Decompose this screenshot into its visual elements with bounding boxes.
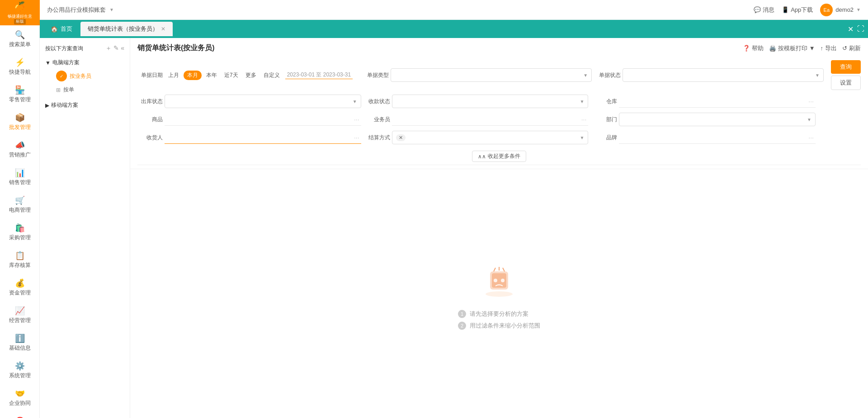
- date-range-display[interactable]: 2023-03-01 至 2023-03-31: [285, 71, 353, 79]
- empty-steps: 1 请先选择要分析的方案 2 用过滤条件来缩小分析范围: [458, 310, 540, 330]
- salesperson-input[interactable]: ···: [392, 113, 589, 126]
- sidebar-item-purchase[interactable]: 🛍️ 采购管理: [0, 218, 39, 246]
- app-download-btn[interactable]: 📱 App下载: [782, 6, 813, 14]
- account-dropdown-arrow[interactable]: ▼: [109, 7, 114, 12]
- receiver-dots[interactable]: ···: [354, 134, 359, 141]
- doc-status-select[interactable]: ▼: [623, 68, 824, 82]
- account-dropdown-label[interactable]: 办公用品行业模拟账套: [47, 6, 106, 14]
- scheme-header-title: 按以下方案查询: [45, 45, 83, 52]
- salesperson-dots[interactable]: ···: [581, 116, 587, 123]
- purchase-icon: 🛍️: [15, 223, 25, 233]
- department-select[interactable]: ▼: [619, 113, 816, 126]
- scheme-group-mobile-title[interactable]: ▶ 移动端方案: [45, 100, 124, 111]
- date-btn-custom[interactable]: 自定义: [261, 71, 283, 80]
- print-btn[interactable]: 🖨️ 按模板打印 ▼: [769, 44, 815, 52]
- scheme-header-actions: ＋ ✎ «: [105, 44, 124, 52]
- goods-label: 商品: [137, 116, 163, 124]
- sidebar-item-guide[interactable]: 🎯 新手引导: [0, 412, 39, 418]
- warehouse-input[interactable]: ···: [619, 95, 816, 108]
- message-btn[interactable]: 💬 消息: [754, 6, 774, 14]
- refresh-btn[interactable]: ↺ 刷新: [842, 44, 861, 52]
- warehouse-dots[interactable]: ···: [808, 98, 814, 105]
- sidebar-item-ecommerce[interactable]: 🛒 电商管理: [0, 191, 39, 218]
- maximize-icon[interactable]: ⛶: [857, 25, 864, 33]
- logo-text: 畅捷通好生意: [8, 14, 32, 19]
- settlement-select[interactable]: ✕ ▼: [392, 131, 589, 144]
- group-label: 移动端方案: [51, 101, 78, 109]
- sidebar-item-inventory[interactable]: 📋 库存核算: [0, 246, 39, 274]
- tab-home[interactable]: 🏠 首页: [43, 22, 80, 36]
- empty-step-1: 1 请先选择要分析的方案: [458, 310, 540, 318]
- brand-input[interactable]: ···: [619, 131, 816, 144]
- scheme-group-desktop-title[interactable]: ▼ 电脑端方案: [45, 57, 124, 68]
- export-label: 导出: [825, 44, 837, 52]
- filter-row-4: 收货人 ··· 结算方式 ✕: [137, 131, 861, 144]
- empty-svg: [476, 258, 522, 303]
- add-scheme-icon[interactable]: ＋: [105, 44, 112, 52]
- sidebar-menu: 🔍 搜索菜单 ⚡ 快捷导航 🏪 零售管理 📦 批发管理 📣 营销推广 📊 销售管…: [0, 25, 39, 418]
- logo-icon: 🍊: [14, 1, 26, 14]
- sidebar-item-basic[interactable]: ℹ️ 基础信息: [0, 329, 39, 356]
- header-right: 💬 消息 📱 App下载 Ea demo2 ▼: [754, 4, 861, 16]
- settlement-clear-tag: ✕: [396, 134, 406, 141]
- out-status-filter: 出库状态 ▼: [137, 95, 361, 108]
- salesperson-filter: 业务员 ···: [365, 113, 589, 126]
- sidebar-item-marketing[interactable]: 📣 营销推广: [0, 136, 39, 163]
- collapse-button[interactable]: ∧∧ 收起更多条件: [472, 151, 526, 162]
- sales-icon: 📊: [15, 168, 25, 178]
- help-btn[interactable]: ❓ 帮助: [743, 44, 764, 52]
- sidebar-item-operations[interactable]: 📈 经营管理: [0, 301, 39, 329]
- query-button[interactable]: 查询: [831, 60, 861, 74]
- receiver-input[interactable]: ···: [165, 131, 361, 144]
- app-download-icon: 📱: [782, 6, 789, 13]
- tab-close-icon[interactable]: ✕: [161, 26, 165, 32]
- finance-icon: 💰: [15, 278, 25, 288]
- goods-dots[interactable]: ···: [354, 116, 359, 123]
- print-arrow[interactable]: ▼: [809, 45, 815, 52]
- tab-sales-stats[interactable]: 销货单统计表（按业务员） ✕: [80, 22, 173, 36]
- settlement-clear-icon[interactable]: ✕: [399, 135, 403, 141]
- date-btn-this-month[interactable]: 本月: [184, 71, 202, 80]
- help-icon: ❓: [743, 45, 750, 52]
- sidebar-item-collab[interactable]: 🤝 企业协同: [0, 384, 39, 412]
- svg-point-0: [486, 291, 513, 297]
- date-btn-this-year[interactable]: 本年: [203, 71, 220, 80]
- scheme-item-order[interactable]: ⊞ 按单: [45, 84, 124, 96]
- sidebar-item-search[interactable]: 🔍 搜索菜单: [0, 25, 39, 53]
- goods-input[interactable]: ···: [165, 113, 361, 126]
- doc-type-select[interactable]: ▼: [391, 68, 592, 82]
- brand-label: 品牌: [592, 134, 617, 142]
- user-area[interactable]: Ea demo2 ▼: [820, 4, 861, 16]
- main-area: 办公用品行业模拟账套 ▼ 💬 消息 📱 App下载 Ea demo2 ▼ 🏠 首…: [40, 0, 868, 418]
- out-status-select[interactable]: ▼: [165, 95, 361, 108]
- sidebar-item-system[interactable]: ⚙️ 系统管理: [0, 356, 39, 384]
- warehouse-label: 仓库: [592, 98, 617, 105]
- sidebar-item-quick-nav[interactable]: ⚡ 快捷导航: [0, 53, 39, 81]
- receipt-status-filter: 收款状态 ▼: [365, 95, 589, 108]
- settlement-label: 结算方式: [365, 134, 390, 142]
- sidebar-item-sales[interactable]: 📊 销售管理: [0, 163, 39, 191]
- sidebar-item-retail[interactable]: 🏪 零售管理: [0, 81, 39, 108]
- department-label: 部门: [592, 116, 617, 124]
- date-btn-last-month[interactable]: 上月: [165, 71, 182, 80]
- sidebar-item-wholesale[interactable]: 📦 批发管理: [0, 108, 39, 136]
- date-btn-more[interactable]: 更多: [243, 71, 259, 80]
- export-btn[interactable]: ↑ 导出: [821, 44, 837, 52]
- close-window-icon[interactable]: ✕: [848, 25, 854, 33]
- app-logo[interactable]: 🍊 畅捷通好生意 标版: [0, 0, 40, 25]
- empty-state: 1 请先选择要分析的方案 2 用过滤条件来缩小分析范围: [130, 169, 868, 418]
- receipt-status-select[interactable]: ▼: [392, 95, 589, 108]
- sidebar-item-label: 基础信息: [9, 344, 31, 352]
- scheme-item-salesperson[interactable]: ✓ 按业务员: [45, 68, 124, 84]
- brand-dots[interactable]: ···: [808, 134, 814, 141]
- settings-button[interactable]: 设置: [831, 76, 861, 90]
- sidebar-item-finance[interactable]: 💰 资金管理: [0, 274, 39, 301]
- department-filter: 部门 ▼: [592, 113, 816, 126]
- collapse-scheme-icon[interactable]: «: [121, 44, 124, 52]
- header-left: 办公用品行业模拟账套 ▼: [47, 6, 114, 14]
- date-btn-7days[interactable]: 近7天: [222, 71, 241, 80]
- settlement-arrow: ▼: [580, 135, 584, 140]
- edit-scheme-icon[interactable]: ✎: [113, 44, 119, 52]
- print-icon: 🖨️: [769, 45, 776, 52]
- svg-line-5: [503, 268, 505, 271]
